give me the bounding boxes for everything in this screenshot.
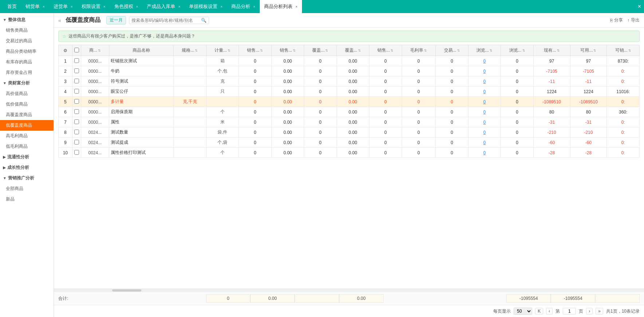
close-icon[interactable]: × [178, 5, 180, 9]
row-checkbox[interactable] [72, 138, 81, 148]
row-select-checkbox[interactable] [74, 150, 79, 155]
row-select-checkbox[interactable] [74, 119, 79, 124]
row-browse1[interactable]: 0 [468, 97, 500, 107]
row-browse1[interactable]: 0 [468, 66, 500, 76]
row-browse1[interactable]: 0 [468, 117, 500, 127]
nav-item-roles[interactable]: 角色授权 × [110, 0, 143, 13]
close-icon[interactable]: × [253, 5, 255, 9]
row-name[interactable]: 属性 [109, 117, 173, 127]
sidebar-item-all-goods[interactable]: 全部商品 [0, 183, 54, 194]
row-select-checkbox[interactable] [74, 99, 79, 104]
page-size-select[interactable]: 50 20 100 [514, 308, 532, 315]
nav-item-template[interactable]: 单据模板设置 × [185, 0, 227, 13]
sidebar-item-traded-goods[interactable]: 交易过的商品 [0, 36, 54, 46]
next-page-button[interactable]: › [586, 308, 593, 314]
page-number-input[interactable] [563, 308, 576, 314]
col-cover2[interactable]: 覆盖...⇅ [337, 45, 369, 56]
filter-period-button[interactable]: 近一月 [106, 16, 126, 24]
prev-page-button[interactable]: ‹ [546, 308, 553, 314]
col-trade[interactable]: 交易...⇅ [436, 45, 468, 56]
nav-item-finished-goods[interactable]: 产成品入库单 × [142, 0, 185, 13]
row-name[interactable]: 眼宝公仔 [109, 87, 173, 97]
sidebar-item-low-value[interactable]: 低价值商品 [0, 99, 54, 110]
nav-item-home[interactable]: 首页 [3, 0, 21, 13]
col-checkbox-all[interactable] [72, 45, 81, 56]
sidebar-item-high-value[interactable]: 高价值商品 [0, 88, 54, 99]
sidebar-group-growth-header[interactable]: ▶ 成长性分析 [0, 162, 54, 173]
col-code[interactable]: 商...⇅ [81, 45, 109, 56]
sidebar-item-high-margin[interactable]: 高毛利商品 [0, 131, 54, 141]
sidebar-item-category-rate[interactable]: 商品分类动销率 [0, 46, 54, 57]
sidebar-item-low-margin[interactable]: 低毛利商品 [0, 141, 54, 152]
col-settings[interactable]: ⚙ [59, 45, 72, 56]
col-stock2[interactable]: 可用...⇅ [570, 45, 607, 56]
sidebar-item-low-coverage[interactable]: 低覆盖度商品 [0, 120, 54, 131]
sidebar-group-wealth-header[interactable]: ▼ 类财富分析 [0, 78, 54, 88]
close-icon[interactable]: × [43, 5, 45, 9]
row-browse1[interactable]: 0 [468, 76, 500, 87]
col-sales3[interactable]: 销售...⇅ [369, 45, 402, 56]
nav-item-purchase[interactable]: 进货单 × [49, 0, 77, 13]
col-sales-amt[interactable]: 销售...⇅ [271, 45, 304, 56]
select-all-checkbox[interactable] [74, 48, 79, 52]
row-checkbox[interactable] [72, 87, 81, 97]
sidebar-item-stock-capital[interactable]: 库存资金占用 [0, 67, 54, 78]
row-select-checkbox[interactable] [74, 68, 79, 73]
close-icon[interactable]: × [136, 5, 138, 9]
nav-item-sales[interactable]: 销货单 × [21, 0, 49, 13]
share-button[interactable]: ⎘ 分享 [610, 17, 623, 23]
row-select-checkbox[interactable] [74, 89, 79, 94]
row-checkbox[interactable] [72, 97, 81, 107]
row-checkbox[interactable] [72, 148, 81, 158]
row-select-checkbox[interactable] [74, 109, 79, 114]
close-all-button[interactable]: × [638, 3, 641, 10]
col-spec[interactable]: 规格...⇅ [174, 45, 206, 56]
col-sellable[interactable]: 可销...⇅ [607, 45, 640, 56]
col-stock1[interactable]: 现有...⇅ [533, 45, 570, 56]
row-checkbox[interactable] [72, 127, 81, 138]
sidebar-group-liquidity-header[interactable]: ▶ 流通性分析 [0, 152, 54, 162]
row-browse1[interactable]: 0 [468, 56, 500, 66]
row-name[interactable]: 多计量 [109, 97, 173, 107]
col-unit[interactable]: 计量...⇅ [206, 45, 239, 56]
row-select-checkbox[interactable] [74, 130, 79, 134]
row-name[interactable]: 测试数量 [109, 127, 173, 138]
close-icon[interactable]: × [71, 5, 73, 9]
row-name[interactable]: 启用保质期 [109, 107, 173, 117]
last-page-button[interactable]: » [596, 308, 603, 314]
row-checkbox[interactable] [72, 56, 81, 66]
sidebar-group-marketing-header[interactable]: ▼ 营销推广分析 [0, 173, 54, 183]
row-browse1[interactable]: 0 [468, 148, 500, 158]
row-browse1[interactable]: 0 [468, 138, 500, 148]
col-margin[interactable]: 毛利率⇅ [402, 45, 436, 56]
row-checkbox[interactable] [72, 107, 81, 117]
row-browse1[interactable]: 0 [468, 107, 500, 117]
row-name[interactable]: 属性价格打印测试 [109, 148, 173, 158]
horizontal-scrollbar[interactable] [112, 289, 141, 292]
col-browse2[interactable]: 浏览...⇅ [501, 45, 533, 56]
close-icon[interactable]: × [295, 5, 298, 9]
close-icon[interactable]: × [103, 5, 106, 9]
col-browse1[interactable]: 浏览...⇅ [468, 45, 500, 56]
sidebar-group-overall-header[interactable]: ▼ 整体信息 [0, 15, 54, 25]
nav-item-permissions[interactable]: 权限设置 × [77, 0, 110, 13]
row-checkbox[interactable] [72, 117, 81, 127]
row-checkbox[interactable] [72, 66, 81, 76]
nav-item-product-analysis[interactable]: 商品分析 × [227, 0, 260, 13]
row-select-checkbox[interactable] [74, 140, 79, 144]
col-name[interactable]: 商品名称 [109, 45, 173, 56]
nav-item-product-analysis-list[interactable]: 商品分析列表 × [260, 0, 302, 13]
sidebar-item-sales-goods[interactable]: 销售类商品 [0, 25, 54, 36]
first-page-button[interactable]: K [535, 308, 543, 314]
row-browse1[interactable]: 0 [468, 87, 500, 97]
row-browse1[interactable]: 0 [468, 127, 500, 138]
sidebar-item-new-goods[interactable]: 新品 [0, 194, 54, 205]
row-select-checkbox[interactable] [74, 79, 79, 83]
search-input[interactable] [131, 18, 200, 23]
row-name[interactable]: 旺铺批次测试 [109, 56, 173, 66]
col-sales-qty[interactable]: 销售...⇅ [239, 45, 271, 56]
col-cover1[interactable]: 覆盖...⇅ [304, 45, 337, 56]
sidebar-item-high-coverage[interactable]: 高覆盖度商品 [0, 110, 54, 120]
row-checkbox[interactable] [72, 76, 81, 87]
row-name[interactable]: 牛奶 [109, 66, 173, 76]
